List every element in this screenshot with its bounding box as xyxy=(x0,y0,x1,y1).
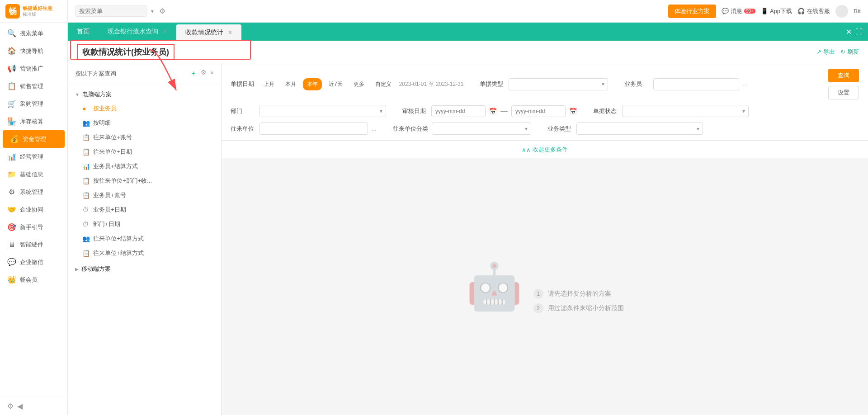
plan-item-salesperson-account[interactable]: 📋 业务员+账号 xyxy=(71,188,221,203)
review-date-from-icon[interactable]: 📅 xyxy=(489,108,497,115)
query-button[interactable]: 查询 xyxy=(828,69,859,82)
tab-receipt-stats-close[interactable]: ✕ xyxy=(228,29,232,36)
content-area: 按以下方案查询 ＋ ⚙ « ▼ 电脑端方案 xyxy=(68,63,868,415)
plan-item-dept-date[interactable]: ⏱ 部门+日期 xyxy=(71,217,221,231)
date-btn-last-month[interactable]: 上月 xyxy=(259,78,278,90)
search-menu-input[interactable] xyxy=(75,5,147,17)
online-service-item[interactable]: 🎧 在线客服 xyxy=(797,7,830,15)
user-name[interactable]: Rit xyxy=(854,8,861,14)
plan-item-by-salesperson[interactable]: ● 按业务员 xyxy=(71,101,221,116)
plan-group-mobile-title[interactable]: ▶ 移动端方案 xyxy=(68,262,221,276)
date-btn-this-year[interactable]: 本年 xyxy=(303,78,322,90)
tab-maximize-icon[interactable]: ⛶ xyxy=(855,28,863,36)
filter-settings-button[interactable]: 设置 xyxy=(828,86,859,99)
salesperson-filter-label: 业务员 xyxy=(624,80,650,88)
date-range-display: 2023-01-01 至 2023-12-31 xyxy=(399,80,464,88)
refresh-button[interactable]: ↻ 刷新 xyxy=(840,48,859,56)
panel-add-icon[interactable]: ＋ xyxy=(190,69,197,78)
panel-collapse-icon[interactable]: « xyxy=(210,69,214,78)
date-btn-more[interactable]: 更多 xyxy=(349,78,368,90)
date-btn-custom[interactable]: 自定义 xyxy=(371,78,396,90)
filter-row-3: 往来单位 ... 往来单位分类 xyxy=(231,123,859,135)
plan-item-partner-account[interactable]: 📋 往来单位+账号 xyxy=(71,130,221,145)
doc-status-label: 单据状态 xyxy=(593,107,618,115)
mobile-group-arrow: ▶ xyxy=(75,267,79,272)
plan-item-partner-dept-recv[interactable]: 📋 按往来单位+部门+收... xyxy=(71,174,221,188)
review-date-to-input[interactable] xyxy=(511,105,566,117)
collapse-sidebar-icon[interactable]: ◀ xyxy=(17,402,23,410)
download-icon: 📱 xyxy=(761,8,768,14)
plan-group-pc-title[interactable]: ▼ 电脑端方案 xyxy=(68,88,221,101)
sidebar-item-finance[interactable]: 💰 资金管理 xyxy=(3,130,65,148)
review-date-from-input[interactable] xyxy=(431,105,486,117)
sidebar-item-hardware[interactable]: 🖥 智能硬件 xyxy=(0,236,67,253)
business-type-select[interactable] xyxy=(576,123,703,135)
plan-item-partner-settlement1[interactable]: 👥 往来单位+结算方式 xyxy=(71,231,221,246)
app-download-item[interactable]: 📱 App下载 xyxy=(761,7,792,15)
tab-close-all-icon[interactable]: ✕ xyxy=(846,28,852,36)
settings-bottom-icon[interactable]: ⚙ xyxy=(7,402,14,410)
doc-status-select[interactable] xyxy=(622,105,749,117)
step-num-1: 1 xyxy=(533,289,543,299)
partner-date-icon: 📋 xyxy=(82,148,90,156)
sidebar-item-search[interactable]: 🔍 搜索菜单 xyxy=(0,24,67,42)
filter-counterpart-category-item: 往来单位分类 xyxy=(393,123,531,135)
sidebar-item-member[interactable]: 👑 畅会员 xyxy=(0,271,67,288)
plan-group-mobile: ▶ 移动端方案 xyxy=(68,262,221,276)
filter-actions: 查询 设置 xyxy=(828,69,859,99)
collapse-bar[interactable]: ∧∧ 收起更多条件 xyxy=(222,141,868,158)
dept-select[interactable] xyxy=(259,105,386,117)
plan-item-salesperson-date[interactable]: ⏱ 业务员+日期 xyxy=(71,203,221,217)
sidebar-item-quick-nav[interactable]: 🏠 快捷导航 xyxy=(0,42,67,60)
partner-settlement2-icon: 📋 xyxy=(82,250,90,257)
empty-step-2: 2 用过滤条件来缩小分析范围 xyxy=(533,303,624,313)
sidebar-item-sales[interactable]: 📋 销售管理 xyxy=(0,77,67,95)
plan-item-salesperson-settlement[interactable]: 📊 业务员+结算方式 xyxy=(71,159,221,174)
sidebar-item-system[interactable]: ⚙ 系统管理 xyxy=(0,183,67,201)
header-settings-icon[interactable]: ⚙ xyxy=(159,7,165,15)
plan-item-by-detail[interactable]: 👥 按明细 xyxy=(71,116,221,130)
sidebar-item-guide[interactable]: 🎯 新手引导 xyxy=(0,218,67,236)
panel-settings-icon[interactable]: ⚙ xyxy=(201,69,207,78)
counterpart-more-icon[interactable]: ... xyxy=(372,125,377,132)
trial-button[interactable]: 体验行业方案 xyxy=(668,5,716,18)
export-button[interactable]: ↗ 导出 xyxy=(816,48,835,56)
date-btn-last7[interactable]: 近7天 xyxy=(325,78,347,90)
panel-header-icons: ＋ ⚙ « xyxy=(190,69,214,78)
filter-date-item: 单据日期 上月 本月 本年 近7天 更多 自定义 2023-01-01 xyxy=(231,78,463,90)
counterpart-category-select[interactable] xyxy=(432,123,531,135)
app-logo: 畅 畅捷通好生意 标准版 xyxy=(0,0,67,23)
doc-type-select[interactable] xyxy=(509,78,608,90)
sidebar-item-basic[interactable]: 📁 基础信息 xyxy=(0,165,67,183)
date-btn-this-month[interactable]: 本月 xyxy=(281,78,300,90)
plan-items-pc: ● 按业务员 👥 按明细 📋 往来单位+账号 xyxy=(68,101,221,260)
plan-item-partner-date[interactable]: 📋 往来单位+日期 xyxy=(71,145,221,159)
sidebar-item-operations[interactable]: 📊 经营管理 xyxy=(0,148,67,165)
salesperson-more-icon[interactable]: ... xyxy=(743,81,748,88)
sidebar-item-inventory[interactable]: 🏪 库存核算 xyxy=(0,113,67,130)
user-avatar[interactable] xyxy=(835,5,848,18)
sidebar-bottom: ⚙ ◀ xyxy=(0,397,67,415)
sidebar-item-purchase[interactable]: 🛒 采购管理 xyxy=(0,95,67,113)
tab-bank-flow[interactable]: 现金银行流水查询 ✕ xyxy=(99,23,176,41)
tab-bank-flow-close[interactable]: ✕ xyxy=(163,28,167,35)
empty-state: 🤖 1 请先选择要分析的方案 2 用过滤条件来缩小分析范围 xyxy=(222,158,868,415)
right-panel: 单据日期 上月 本月 本年 近7天 更多 自定义 2023-01-01 xyxy=(222,63,868,415)
sidebar-item-wechat[interactable]: 💬 企业微信 xyxy=(0,253,67,271)
tab-receipt-stats[interactable]: 收款情况统计 ✕ xyxy=(176,24,241,41)
sidebar-item-marketing[interactable]: 📢 营销推广 xyxy=(0,60,67,77)
salesperson-filter-input[interactable] xyxy=(653,78,739,90)
search-dropdown-icon[interactable]: ▾ xyxy=(151,8,154,14)
date-btn-group: 上月 本月 本年 近7天 更多 自定义 xyxy=(259,78,396,90)
messages-item[interactable]: 💬 消息 99+ xyxy=(722,7,755,15)
main-area: ▾ ⚙ 体验行业方案 💬 消息 99+ 📱 App下载 🎧 在线客服 Rit 首… xyxy=(68,0,868,415)
plan-item-partner-settlement2[interactable]: 📋 往来单位+结算方式 xyxy=(71,246,221,260)
tab-home[interactable]: 首页 xyxy=(68,23,99,41)
sidebar-item-enterprise[interactable]: 🤝 企业协同 xyxy=(0,201,67,218)
counterpart-input[interactable] xyxy=(259,123,368,135)
salesperson-date-icon: ⏱ xyxy=(82,206,90,213)
hardware-icon: 🖥 xyxy=(7,241,16,249)
salesperson-plan-icon: ● xyxy=(82,105,90,112)
review-date-to-icon[interactable]: 📅 xyxy=(569,108,577,115)
tab-bar: 首页 现金银行流水查询 ✕ 收款情况统计 ✕ ✕ ⛶ xyxy=(68,23,868,41)
